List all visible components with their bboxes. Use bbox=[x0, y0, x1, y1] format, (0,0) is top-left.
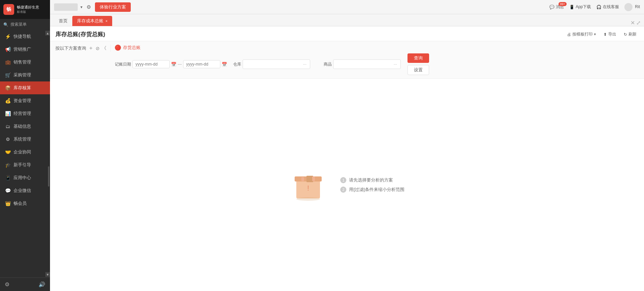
newbie-icon: 🎓 bbox=[5, 162, 11, 168]
goods-input-area[interactable]: ··· bbox=[333, 59, 401, 69]
tabbar: 首页 库存成本总账 × ✕ ⤢ bbox=[50, 14, 644, 26]
date-filter-field: 记账日期 📅 — 📅 bbox=[115, 60, 227, 68]
sidebar-item-purchase[interactable]: 🛒 采购管理 bbox=[0, 69, 50, 81]
tip-text-2: 用[过滤]条件来缩小分析范围 bbox=[349, 187, 404, 193]
scheme-item[interactable]: 🔴 存货总账 bbox=[115, 45, 639, 51]
tip-text-1: 请先选择要分析的方案 bbox=[349, 177, 393, 183]
empty-svg: ! bbox=[291, 166, 328, 203]
settings-icon[interactable]: ⚙ bbox=[5, 281, 9, 288]
sidebar-item-operations[interactable]: 📊 经营管理 bbox=[0, 107, 50, 120]
svg-point-3 bbox=[296, 197, 320, 201]
svg-rect-5 bbox=[312, 176, 315, 181]
expand-panel-icon[interactable]: ⤢ bbox=[636, 20, 641, 26]
print-template-button[interactable]: 🖨 按模板打印 ▾ bbox=[565, 30, 598, 38]
tab-inventory-ledger[interactable]: 库存成本总账 × bbox=[72, 16, 112, 26]
sidebar-item-enterprise[interactable]: 🤝 企业协同 bbox=[0, 146, 50, 159]
sidebar-item-wechat[interactable]: 💬 企业微信 bbox=[0, 184, 50, 197]
export-icon: ⬆ bbox=[603, 32, 607, 37]
tab-close-icon[interactable]: × bbox=[105, 19, 107, 23]
scroll-up-button[interactable]: ▲ bbox=[45, 31, 50, 35]
sidebar-item-newbie[interactable]: 🎓 新手引导 bbox=[0, 159, 50, 171]
sidebar-item-inventory[interactable]: 📦 库存核算 bbox=[0, 81, 50, 94]
topbar-messages[interactable]: 💬 消息 99+ bbox=[549, 4, 564, 10]
filter-add-button[interactable]: ＋ bbox=[88, 45, 94, 52]
warehouse-more-icon[interactable]: ··· bbox=[302, 62, 308, 67]
date-dash: — bbox=[178, 62, 182, 67]
page-header-actions: 🖨 按模板打印 ▾ ⬆ 导出 ↻ 刷新 bbox=[565, 30, 639, 38]
enterprise-icon: 🤝 bbox=[5, 149, 11, 155]
goods-more-icon[interactable]: ··· bbox=[392, 62, 398, 67]
sidebar-footer: ⚙ 🔊 bbox=[0, 277, 50, 291]
quick-nav-icon: ⚡ bbox=[5, 34, 11, 39]
sidebar-scrollbar[interactable] bbox=[48, 166, 49, 187]
sidebar-item-label: 采购管理 bbox=[14, 72, 31, 78]
export-label: 导出 bbox=[608, 31, 616, 37]
date-to-input[interactable] bbox=[183, 60, 220, 68]
sidebar-item-quick-nav[interactable]: ⚡ 快捷导航 bbox=[0, 30, 50, 43]
goods-filter-field: 商品 ··· bbox=[314, 59, 401, 69]
sidebar-item-vip[interactable]: 👑 畅会员 bbox=[0, 197, 50, 210]
app-download-label: App下载 bbox=[576, 4, 591, 10]
topbar-user[interactable]: Rit bbox=[624, 3, 640, 11]
trial-industry-button[interactable]: 体验行业方案 bbox=[95, 2, 131, 12]
filter-collapse-button[interactable]: 《 bbox=[102, 45, 106, 51]
sidebar-item-basics[interactable]: 🗂 基础信息 bbox=[0, 120, 50, 133]
sidebar-item-marketing[interactable]: 📢 营销推广 bbox=[0, 43, 50, 56]
filter-delete-button[interactable]: ⊘ bbox=[96, 46, 100, 51]
online-support-label: 在线客服 bbox=[603, 4, 619, 10]
sidebar-item-finance[interactable]: 💰 资金管理 bbox=[0, 94, 50, 107]
calendar-from-icon[interactable]: 📅 bbox=[171, 62, 176, 67]
tip-number-1: 1 bbox=[340, 177, 346, 183]
calendar-to-icon[interactable]: 📅 bbox=[222, 62, 227, 67]
operations-icon: 📊 bbox=[5, 111, 11, 116]
topbar-app-download[interactable]: 📱 App下载 bbox=[569, 4, 591, 10]
logo-text: 畅捷通好生意 bbox=[17, 5, 39, 10]
export-button[interactable]: ⬆ 导出 bbox=[601, 30, 618, 38]
sidebar-item-label: 经营管理 bbox=[14, 111, 31, 117]
sidebar-item-label: 应用中心 bbox=[14, 175, 31, 181]
finance-icon: 💰 bbox=[5, 98, 11, 103]
filter-scheme-area: 按以下方案查询 ＋ ⊘ 《 bbox=[55, 45, 111, 52]
warehouse-filter-field: 仓库 ··· bbox=[230, 59, 310, 69]
topbar-avatar bbox=[54, 3, 78, 11]
sidebar-item-sales[interactable]: 💼 销售管理 bbox=[0, 56, 50, 69]
tabbar-right: ✕ ⤢ bbox=[630, 20, 644, 26]
settings-button[interactable]: 设置 bbox=[407, 65, 429, 75]
print-dropdown-icon[interactable]: ▾ bbox=[594, 32, 596, 37]
close-panel-icon[interactable]: ✕ bbox=[630, 20, 635, 26]
headset-icon: 🎧 bbox=[596, 5, 601, 9]
filter-buttons: 查询 设置 bbox=[407, 53, 429, 75]
warehouse-label: 仓库 bbox=[233, 62, 241, 67]
sidebar-item-label: 资金管理 bbox=[14, 98, 31, 104]
refresh-button[interactable]: ↻ 刷新 bbox=[622, 30, 639, 38]
sidebar: 畅 畅捷通好生意 标准版 🔍 搜索菜单 ⚡ 快捷导航 📢 营销推广 💼 销售管理… bbox=[0, 0, 50, 291]
sidebar-item-system[interactable]: ⚙ 系统管理 bbox=[0, 133, 50, 146]
phone-icon: 📱 bbox=[569, 5, 574, 9]
tab-home[interactable]: 首页 bbox=[54, 16, 72, 26]
scroll-down-button[interactable]: ▼ bbox=[45, 272, 50, 277]
sidebar-item-label: 企业微信 bbox=[14, 188, 31, 194]
sidebar-item-label: 库存核算 bbox=[14, 85, 31, 91]
topbar-dropdown-icon[interactable]: ▾ bbox=[80, 5, 82, 9]
search-button[interactable]: 查询 bbox=[407, 53, 429, 63]
sidebar-item-label: 系统管理 bbox=[14, 136, 31, 142]
basics-icon: 🗂 bbox=[5, 124, 11, 129]
tip-number-2: 2 bbox=[340, 187, 346, 193]
marketing-icon: 📢 bbox=[5, 47, 11, 52]
print-icon: 🖨 bbox=[567, 32, 571, 37]
sidebar-item-label: 企业协同 bbox=[14, 149, 31, 155]
topbar-gear-icon[interactable]: ⚙ bbox=[85, 3, 92, 11]
app-center-icon: 📱 bbox=[5, 175, 11, 180]
empty-tip-1: 1 请先选择要分析的方案 bbox=[340, 177, 404, 183]
sidebar-search[interactable]: 🔍 搜索菜单 bbox=[0, 19, 50, 30]
date-from-input[interactable] bbox=[132, 60, 170, 68]
system-icon: ⚙ bbox=[5, 137, 11, 142]
audio-icon[interactable]: 🔊 bbox=[39, 281, 45, 288]
sidebar-item-app-center[interactable]: 📱 应用中心 bbox=[0, 171, 50, 184]
topbar-online-support[interactable]: 🎧 在线客服 bbox=[596, 4, 619, 10]
scheme-name-label: 存货总账 bbox=[123, 45, 141, 51]
inventory-icon: 📦 bbox=[5, 85, 11, 91]
empty-tips: 1 请先选择要分析的方案 2 用[过滤]条件来缩小分析范围 bbox=[340, 177, 404, 193]
warehouse-input-area[interactable]: ··· bbox=[243, 59, 310, 69]
date-label: 记账日期 bbox=[115, 62, 131, 67]
